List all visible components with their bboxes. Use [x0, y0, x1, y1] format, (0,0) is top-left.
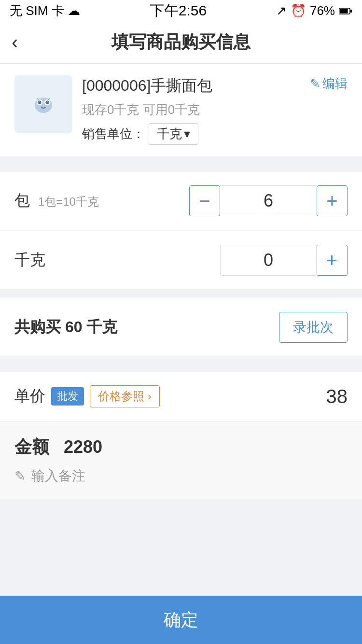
svg-rect-2 — [350, 10, 352, 13]
divider-2 — [0, 291, 362, 298]
price-tag: 批发 — [51, 387, 84, 406]
product-info: [0000006]手撕面包 ✎ 编辑 现存0千克 可用0千克 销售单位： 千克 … — [82, 75, 348, 145]
batch-button[interactable]: 录批次 — [279, 312, 348, 343]
battery-percent: 76% — [310, 3, 335, 18]
amount-value: 2280 — [64, 437, 102, 457]
price-ref-button[interactable]: 价格参照 › — [90, 385, 160, 407]
package-plus-button[interactable]: + — [317, 185, 348, 216]
kilogram-row: 千克 + — [0, 231, 362, 290]
amount-section: 金额 2280 ✎ 输入备注 — [0, 422, 362, 499]
dropdown-icon: ▾ — [184, 126, 190, 141]
price-label-group: 单价 批发 价格参照 › — [14, 385, 160, 407]
product-unit: 销售单位： 千克 ▾ — [82, 123, 348, 145]
product-image — [14, 75, 72, 133]
package-input[interactable] — [220, 185, 317, 216]
kilogram-input[interactable] — [220, 245, 317, 276]
pencil-icon: ✎ — [14, 468, 26, 484]
product-stock: 现存0千克 可用0千克 — [82, 101, 348, 118]
package-minus-button[interactable]: − — [189, 185, 220, 216]
divider-3 — [0, 364, 362, 372]
total-unit: 千克 — [86, 318, 117, 336]
package-control: − + — [189, 185, 348, 216]
edit-label: 编辑 — [322, 75, 348, 92]
status-time: 下午2:56 — [150, 1, 207, 21]
total-section: 共购买 60 千克 录批次 — [0, 298, 362, 356]
nav-bar: ‹ 填写商品购买信息 — [0, 21, 362, 64]
package-label: 包 — [14, 192, 30, 209]
status-left: 无 SIM 卡 ☁ — [10, 2, 80, 19]
back-button[interactable]: ‹ — [12, 31, 18, 53]
divider-1 — [0, 164, 362, 172]
battery-icon — [339, 3, 352, 18]
amount-row: 金额 2280 — [14, 435, 348, 459]
location-icon: ↗ — [276, 3, 287, 18]
unit-select[interactable]: 千克 ▾ — [149, 123, 198, 145]
price-label: 单价 — [14, 386, 45, 407]
sim-status: 无 SIM 卡 ☁ — [10, 2, 80, 19]
svg-point-3 — [35, 98, 52, 113]
status-bar: 无 SIM 卡 ☁ 下午2:56 ↗ ⏰ 76% — [0, 0, 362, 21]
package-row: 包 1包=10千克 − + — [0, 172, 362, 230]
svg-rect-1 — [340, 9, 348, 13]
total-amount: 60 — [65, 318, 83, 336]
alarm-icon: ⏰ — [291, 3, 306, 18]
unit-label: 销售单位： — [82, 126, 145, 142]
package-section: 包 1包=10千克 − + — [0, 172, 362, 230]
kilogram-section: 千克 + — [0, 231, 362, 290]
total-prefix: 共购买 — [14, 318, 61, 336]
confirm-button[interactable]: 确定 — [0, 596, 362, 644]
kilogram-plus-button[interactable]: + — [317, 245, 348, 276]
unit-value: 千克 — [157, 126, 182, 142]
status-right: ↗ ⏰ 76% — [276, 3, 352, 18]
price-section: 单价 批发 价格参照 › 38 — [0, 372, 362, 421]
kilogram-label: 千克 — [14, 251, 45, 268]
kilogram-control: + — [220, 245, 348, 276]
product-section: [0000006]手撕面包 ✎ 编辑 现存0千克 可用0千克 销售单位： 千克 … — [0, 64, 362, 156]
product-header: [0000006]手撕面包 ✎ 编辑 — [82, 75, 348, 97]
edit-icon: ✎ — [310, 76, 320, 91]
remark-row[interactable]: ✎ 输入备注 — [14, 467, 348, 485]
edit-button[interactable]: ✎ 编辑 — [310, 75, 348, 92]
price-row: 单价 批发 价格参照 › 38 — [14, 385, 348, 407]
product-name: [0000006]手撕面包 — [82, 75, 212, 97]
package-label-group: 包 1包=10千克 — [14, 190, 99, 211]
kilogram-label-group: 千克 — [14, 250, 45, 271]
total-text: 共购买 60 千克 — [14, 317, 117, 338]
page-title: 填写商品购买信息 — [111, 30, 251, 54]
remark-label: 输入备注 — [31, 467, 85, 485]
amount-label: 金额 — [14, 437, 49, 457]
price-value: 38 — [326, 386, 348, 407]
package-hint: 1包=10千克 — [38, 195, 99, 208]
